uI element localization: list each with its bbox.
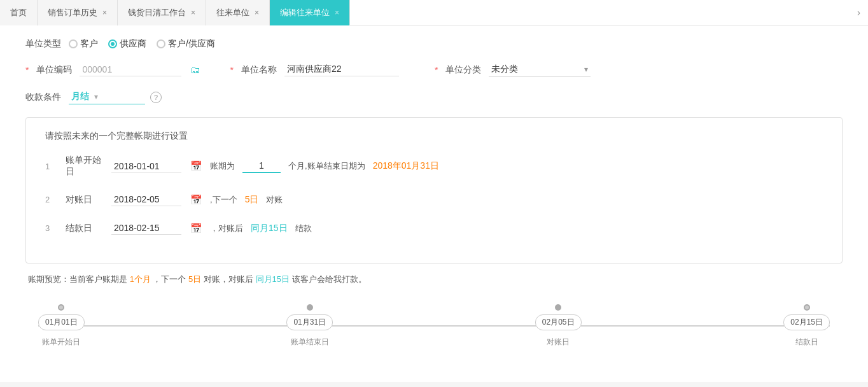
close-cash-ledger-tab[interactable]: × <box>191 8 195 17</box>
unit-name-label: 单位名称 <box>241 64 277 76</box>
payment-help-icon[interactable]: ? <box>150 92 162 103</box>
unit-name-star: * <box>230 65 233 75</box>
tab-home[interactable]: 首页 <box>0 0 38 25</box>
period-desc-suffix-2: 对账 <box>266 194 283 206</box>
close-sales-history-tab[interactable]: × <box>102 8 107 17</box>
period-label-3: 结款日 <box>66 223 104 234</box>
tab-bar: 首页 销售订单历史 × 钱货日清工作台 × 往来单位 × 编辑往来单位 × › <box>0 0 868 25</box>
preview-middle-2: 对账，对账后 <box>204 274 253 284</box>
unit-category-star: * <box>435 65 438 75</box>
preview-prefix: 账期预览：当前客户账期是 <box>28 274 127 284</box>
timeline-sublabel-2: 账单结束日 <box>291 337 329 348</box>
timeline-node-1: 01月01日 账单开始日 <box>38 304 85 348</box>
unit-info-row: * 单位编码 🗂 * 单位名称 * 单位分类 未分类 ▾ <box>25 62 843 77</box>
period-date-1[interactable] <box>111 160 181 173</box>
period-num-3: 3 <box>45 223 58 233</box>
period-desc-suffix-3: 结款 <box>295 223 312 234</box>
period-desc-prefix-3: ，对账后 <box>210 223 243 234</box>
radio-customer-supplier[interactable]: 客户/供应商 <box>157 38 215 50</box>
timeline-dot-4 <box>804 304 810 311</box>
radio-supplier-circle <box>108 39 117 48</box>
main-content: 单位类型 客户 供应商 客户/供应商 * 单位编码 🗂 * 单位名称 * <box>0 25 868 382</box>
period-num-1: 1 <box>45 162 58 171</box>
timeline-badge-1: 01月01日 <box>38 314 85 330</box>
unit-type-row: 单位类型 客户 供应商 客户/供应商 <box>25 38 843 50</box>
preview-highlight-1: 1个月 <box>130 274 151 284</box>
close-partner-units-tab[interactable]: × <box>255 8 259 17</box>
payment-condition-arrow: ▾ <box>94 92 98 101</box>
timeline-node-2: 01月31日 账单结束日 <box>286 304 333 348</box>
unit-category-dropdown[interactable]: 未分类 ▾ <box>489 62 591 77</box>
unit-type-radio-group: 客户 供应商 客户/供应商 <box>69 38 215 50</box>
preview-highlight-2: 5日 <box>188 274 201 284</box>
payment-condition-label: 收款条件 <box>25 92 61 103</box>
unit-category-arrow: ▾ <box>584 65 588 74</box>
radio-customer-circle <box>69 39 78 48</box>
unit-type-label: 单位类型 <box>25 38 61 50</box>
unit-code-copy-button[interactable]: 🗂 <box>186 63 204 77</box>
timeline-dot-3 <box>555 304 561 311</box>
radio-supplier[interactable]: 供应商 <box>108 38 146 50</box>
period-row-3: 3 结款日 📅 ，对账后 同月15日 结款 <box>45 222 823 235</box>
tab-edit-partner[interactable]: 编辑往来单位 × <box>270 0 350 25</box>
tab-partner-units[interactable]: 往来单位 × <box>206 0 270 25</box>
preview-suffix: 该客户会给我打款。 <box>292 274 367 284</box>
timeline-badge-2: 01月31日 <box>286 314 333 330</box>
period-label-1: 账单开始日 <box>66 155 104 178</box>
timeline-sublabel-4: 结款日 <box>795 337 818 348</box>
unit-code-star: * <box>25 65 29 75</box>
period-date-2[interactable] <box>111 193 181 206</box>
timeline-dot-1 <box>58 304 64 311</box>
period-box: 请按照未来的一个完整帐期进行设置 1 账单开始日 📅 账期为 个月,账单结束日期… <box>25 117 843 264</box>
period-desc-prefix-2: ,下一个 <box>210 194 237 206</box>
period-payment-day-highlight: 同月15日 <box>251 223 288 234</box>
timeline-sublabel-1: 账单开始日 <box>42 337 80 348</box>
calendar-icon-3[interactable]: 📅 <box>190 223 202 234</box>
timeline-sublabel-3: 对账日 <box>547 337 570 348</box>
radio-customer[interactable]: 客户 <box>69 38 98 50</box>
unit-category-label: 单位分类 <box>445 64 481 76</box>
timeline-nodes: 01月01日 账单开始日 01月31日 账单结束日 02月05日 对账日 02月… <box>38 304 830 348</box>
period-desc-prefix-1: 账期为 <box>210 160 235 172</box>
calendar-icon-1[interactable]: 📅 <box>190 160 202 172</box>
period-row-2: 2 对账日 📅 ,下一个 5日 对账 <box>45 193 823 206</box>
timeline-dot-2 <box>307 304 313 311</box>
period-label-2: 对账日 <box>66 194 104 206</box>
preview-text: 账期预览：当前客户账期是 1个月 ，下一个 5日 对账，对账后 同月15日 该客… <box>25 274 843 285</box>
period-row-1: 1 账单开始日 📅 账期为 个月,账单结束日期为 2018年01月31日 <box>45 155 823 178</box>
unit-code-label: 单位编码 <box>36 64 72 76</box>
payment-condition-dropdown[interactable]: 月结 ▾ <box>69 90 145 104</box>
calendar-icon-2[interactable]: 📅 <box>190 194 202 206</box>
tab-overflow-arrow[interactable]: › <box>850 7 868 18</box>
period-months-input[interactable] <box>242 159 281 173</box>
timeline-node-4: 02月15日 结款日 <box>783 304 830 348</box>
preview-middle-1: ，下一个 <box>153 274 186 284</box>
timeline-badge-3: 02月05日 <box>535 314 582 330</box>
period-date-3[interactable] <box>111 222 181 235</box>
period-num-2: 2 <box>45 195 58 204</box>
unit-code-input[interactable] <box>80 63 181 76</box>
unit-category-value: 未分类 <box>491 64 579 75</box>
tab-cash-ledger[interactable]: 钱货日清工作台 × <box>118 0 206 25</box>
timeline-node-3: 02月05日 对账日 <box>535 304 582 348</box>
period-reconcile-day-highlight: 5日 <box>245 194 259 206</box>
radio-customer-supplier-circle <box>157 39 165 48</box>
unit-name-input[interactable] <box>284 63 399 76</box>
period-end-date-highlight: 2018年01月31日 <box>373 160 439 172</box>
tab-sales-history[interactable]: 销售订单历史 × <box>38 0 118 25</box>
period-desc-suffix-1: 个月,账单结束日期为 <box>288 160 365 172</box>
payment-condition-row: 收款条件 月结 ▾ ? <box>25 90 843 104</box>
preview-highlight-3: 同月15日 <box>256 274 290 284</box>
timeline: 01月01日 账单开始日 01月31日 账单结束日 02月05日 对账日 02月… <box>25 298 843 354</box>
close-edit-partner-tab[interactable]: × <box>335 8 339 17</box>
payment-condition-value: 月结 <box>71 91 89 102</box>
period-box-title: 请按照未来的一个完整帐期进行设置 <box>45 130 823 142</box>
timeline-badge-4: 02月15日 <box>783 314 830 330</box>
